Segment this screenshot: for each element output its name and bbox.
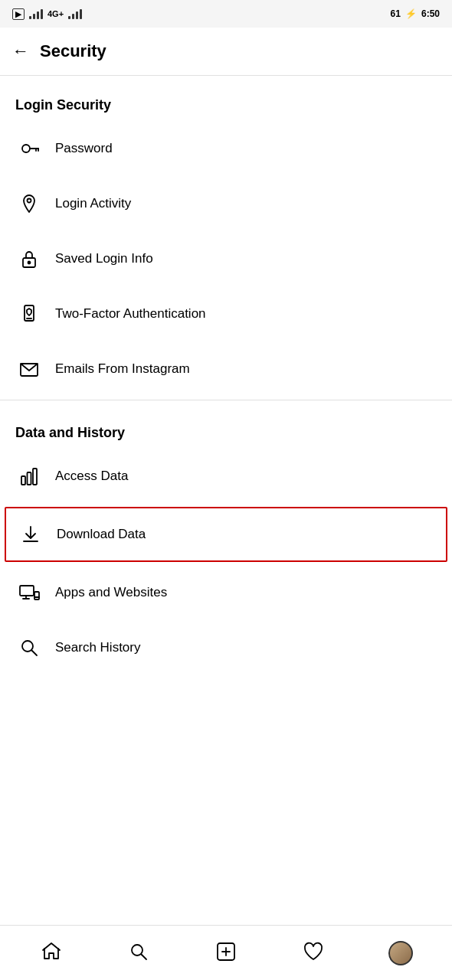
- download-data-label: Download Data: [57, 527, 146, 542]
- signal-bars: [29, 8, 43, 19]
- status-left: ▶ 4G+: [12, 8, 82, 20]
- status-right: 61 ⚡ 6:50: [391, 8, 440, 19]
- battery-percent: 61: [391, 8, 401, 19]
- download-icon: [17, 521, 44, 548]
- back-button[interactable]: ←: [12, 41, 29, 61]
- signal-bars-2: [68, 8, 82, 19]
- heart-icon: [303, 941, 324, 965]
- bar-chart-icon: [15, 462, 43, 490]
- battery-charging-icon: ⚡: [405, 8, 417, 19]
- svg-rect-15: [20, 586, 34, 596]
- search-history-label: Search History: [55, 640, 140, 655]
- section-login-security: Login Security Password Login A: [0, 76, 452, 397]
- access-data-item[interactable]: Access Data: [0, 449, 452, 504]
- nav-profile[interactable]: [357, 926, 444, 980]
- password-label: Password: [55, 141, 113, 156]
- svg-rect-12: [33, 469, 37, 485]
- bottom-nav: [0, 925, 452, 980]
- svg-line-23: [142, 954, 147, 959]
- two-factor-label: Two-Factor Authentication: [55, 306, 206, 322]
- emails-item[interactable]: Emails From Instagram: [0, 341, 452, 397]
- apps-websites-item[interactable]: Apps and Websites: [0, 565, 452, 620]
- login-security-title: Login Security: [0, 76, 452, 121]
- status-bar: ▶ 4G+ 61 ⚡ 6:50: [0, 0, 452, 28]
- search-history-icon: [15, 634, 43, 662]
- svg-rect-18: [34, 592, 39, 599]
- page-title: Security: [40, 41, 106, 61]
- section-divider: [0, 400, 452, 400]
- emails-label: Emails From Instagram: [55, 361, 190, 377]
- download-data-item[interactable]: Download Data: [5, 507, 447, 562]
- search-history-item[interactable]: Search History: [0, 620, 452, 675]
- envelope-icon: [15, 355, 43, 383]
- nav-activity[interactable]: [270, 926, 357, 980]
- svg-point-0: [22, 145, 30, 152]
- saved-login-label: Saved Login Info: [55, 251, 153, 266]
- home-icon: [41, 941, 62, 965]
- location-icon: [15, 190, 43, 217]
- content: Login Security Password Login A: [0, 76, 452, 925]
- svg-point-6: [28, 262, 31, 264]
- two-factor-item[interactable]: Two-Factor Authentication: [0, 286, 452, 341]
- nav-add[interactable]: [182, 926, 270, 980]
- network-type: 4G+: [47, 9, 64, 18]
- lock-icon: [15, 245, 43, 273]
- monitor-icon: [15, 579, 43, 606]
- nav-home[interactable]: [8, 926, 95, 980]
- login-activity-item[interactable]: Login Activity: [0, 176, 452, 231]
- apps-websites-label: Apps and Websites: [55, 585, 167, 600]
- access-data-label: Access Data: [55, 469, 128, 484]
- svg-point-4: [28, 199, 31, 203]
- saved-login-item[interactable]: Saved Login Info: [0, 231, 452, 286]
- svg-line-21: [32, 651, 38, 656]
- shield-phone-icon: [15, 300, 43, 328]
- search-nav-icon: [128, 941, 149, 965]
- login-activity-label: Login Activity: [55, 196, 131, 211]
- header: ← Security: [0, 28, 452, 76]
- password-item[interactable]: Password: [0, 121, 452, 176]
- nav-search[interactable]: [95, 926, 182, 980]
- svg-rect-10: [21, 476, 25, 485]
- section-data-history: Data and History Access Data Do: [0, 403, 452, 675]
- data-history-title: Data and History: [0, 403, 452, 449]
- avatar: [388, 941, 413, 965]
- key-icon: [15, 135, 43, 162]
- time-display: 6:50: [421, 8, 440, 19]
- svg-rect-11: [28, 472, 31, 485]
- app-icon: ▶: [12, 8, 25, 20]
- plus-square-icon: [215, 941, 237, 965]
